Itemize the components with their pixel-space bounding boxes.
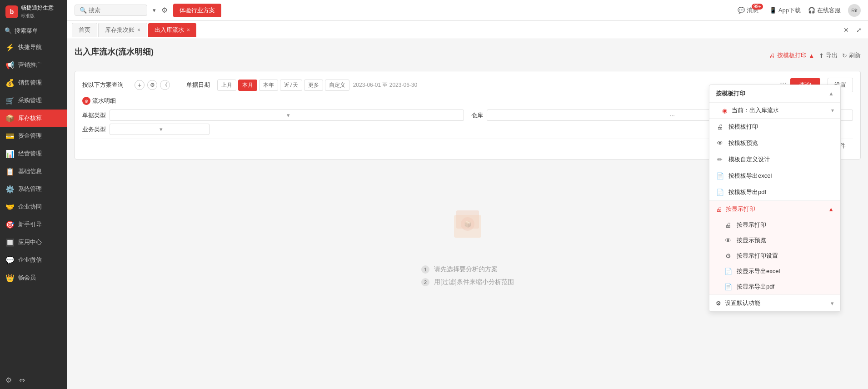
dropdown-current-item[interactable]: ◉ 当前：出入库流水 ▾ — [709, 103, 840, 118]
filter-tag-label: 流水明细 — [92, 97, 116, 105]
dropdown-header: 按模板打印 ▲ — [709, 85, 840, 103]
sidebar-item-wechat[interactable]: 💬 企业微信 — [0, 251, 67, 269]
dropdown-item-template-export-pdf[interactable]: 📄 按模板导出pdf — [709, 184, 840, 200]
dropdown-item-label: 按模板打印 — [728, 123, 758, 131]
dropdown-close-arrow[interactable]: ▲ — [828, 90, 834, 97]
sidebar-item-finance[interactable]: 💳 资金管理 — [0, 127, 67, 145]
dropdown-title: 按模板打印 — [716, 90, 745, 98]
sidebar-item-operations[interactable]: 📊 经营管理 — [0, 145, 67, 163]
dropdown-item-display-preview[interactable]: 👁 按显示预览 — [709, 233, 840, 248]
sidebar-item-label: 销售管理 — [18, 79, 42, 87]
filter-biz-type-select[interactable]: ▾ — [110, 124, 210, 135]
topbar-search-icon: 🔍 — [80, 7, 87, 14]
sidebar-item-system[interactable]: ⚙️ 系统管理 — [0, 180, 67, 198]
membership-icon: 👑 — [5, 274, 15, 282]
sidebar-item-label: 快捷导航 — [18, 43, 42, 51]
dropdown-item-template-design[interactable]: ✏ 模板自定义设计 — [709, 151, 840, 168]
topbar: 🔍 ▾ ⚙ 体验行业方案 💬 消息 99+ 📱 App下载 🎧 在线客服 Rit — [67, 0, 868, 21]
tab-inout-flow-label: 出入库流水 — [155, 26, 184, 34]
date-btn-this-month[interactable]: 本月 — [238, 80, 257, 91]
close-all-tabs-btn[interactable]: ✕ — [842, 25, 851, 35]
page-title: 出入库流水(流水明细) — [75, 46, 154, 57]
filter-scheme-btn[interactable]: ⚙ — [147, 80, 157, 90]
dropdown-item-display-export-excel[interactable]: 📄 按显示导出excel — [709, 264, 840, 279]
display-section-arrow: ▲ — [828, 206, 834, 213]
sidebar-item-guide[interactable]: 🎯 新手引导 — [0, 216, 67, 234]
sidebar-item-membership[interactable]: 👑 畅会员 — [0, 269, 67, 287]
collapse-sidebar-icon[interactable]: ⇔ — [19, 376, 25, 384]
filter-doc-type: 单据类型 ▾ — [82, 110, 464, 121]
display-print-section-icon: 🖨 — [716, 205, 722, 213]
topbar-dropdown-icon[interactable]: ▾ — [153, 7, 156, 14]
dropdown-item-label: 按显示导出excel — [737, 267, 780, 275]
tabs-bar: 首页 库存批次账 × 出入库流水 × ✕ ⤢ — [67, 21, 868, 39]
user-avatar[interactable]: Rit — [848, 4, 861, 17]
footer-settings-label: 设置默认功能 — [725, 299, 760, 307]
topbar-search-input[interactable] — [89, 7, 142, 14]
refresh-btn[interactable]: ↻ 刷新 — [842, 51, 861, 60]
tab-home[interactable]: 首页 — [72, 23, 97, 37]
topbar-gear-icon[interactable]: ⚙ — [161, 6, 168, 15]
empty-hint-2: 用[过滤]条件来缩小分析范围 — [434, 278, 514, 285]
industry-btn[interactable]: 体验行业方案 — [173, 4, 221, 17]
sidebar-item-label: 基础信息 — [18, 167, 42, 175]
sidebar-item-app-center[interactable]: 🔲 应用中心 — [0, 234, 67, 251]
dropdown-item-display-export-pdf[interactable]: 📄 按显示导出pdf — [709, 279, 840, 294]
app-download-label: App下载 — [778, 6, 801, 15]
sidebar-search[interactable]: 🔍 搜索菜单 — [0, 23, 67, 39]
app-download-btn[interactable]: 📱 App下载 — [769, 6, 801, 15]
design-icon: ✏ — [716, 156, 724, 163]
settings-bottom-icon[interactable]: ⚙ — [5, 376, 12, 384]
dropdown-current-label: 当前：出入库流水 — [732, 106, 779, 115]
dropdown-item-label: 按显示预览 — [737, 236, 766, 244]
sidebar-item-sales[interactable]: 💰 销售管理 — [0, 74, 67, 92]
date-btn-last-month[interactable]: 上月 — [217, 80, 236, 91]
filter-add-btn[interactable]: + — [135, 80, 145, 90]
date-range-display: 2023-06-01 至 2023-06-30 — [353, 81, 417, 89]
dropdown-item-template-export-excel[interactable]: 📄 按模板导出excel — [709, 168, 840, 184]
tab-inout-flow[interactable]: 出入库流水 × — [148, 23, 196, 37]
tab-batch-account[interactable]: 库存批次账 × — [98, 23, 147, 37]
filter-doc-type-select[interactable]: ▾ — [110, 110, 464, 121]
date-btn-custom[interactable]: 自定义 — [325, 80, 349, 91]
date-btn-this-year[interactable]: 本年 — [259, 80, 278, 91]
date-btn-more[interactable]: 更多 — [304, 80, 323, 91]
sidebar-item-quick-nav[interactable]: ⚡ 快捷导航 — [0, 39, 67, 56]
dropdown-item-template-print[interactable]: 🖨 按模板打印 — [709, 119, 840, 135]
page-header-actions: 🖨 按模板打印 ▲ ⬆ 导出 ↻ 刷新 — [769, 51, 861, 60]
dropdown-footer-settings[interactable]: ⚙ 设置默认功能 ▾ — [709, 294, 840, 311]
sidebar-item-basic-info[interactable]: 📋 基础信息 — [0, 163, 67, 180]
pdf-icon-1: 📄 — [716, 189, 724, 196]
sidebar-nav: ⚡ 快捷导航 📢 营销推广 💰 销售管理 🛒 采购管理 📦 库存核算 💳 资金管… — [0, 39, 67, 371]
display-print-section-header[interactable]: 🖨 按显示打印 ▲ — [709, 201, 840, 217]
template-print-btn[interactable]: 🖨 按模板打印 ▲ — [769, 51, 814, 60]
finance-icon: 💳 — [5, 132, 15, 140]
printer-icon: 🖨 — [769, 52, 775, 59]
sidebar-item-marketing[interactable]: 📢 营销推广 — [0, 56, 67, 74]
sidebar-item-cooperation[interactable]: 🤝 企业协同 — [0, 198, 67, 216]
template-print-label: 按模板打印 — [777, 51, 807, 60]
topbar-search-box[interactable]: 🔍 — [75, 5, 147, 16]
dropdown-item-template-preview[interactable]: 👁 按模板预览 — [709, 135, 840, 151]
dropdown-item-label: 按显示打印设置 — [737, 252, 778, 260]
date-btn-7days[interactable]: 近7天 — [280, 80, 302, 91]
sidebar-item-inventory[interactable]: 📦 库存核算 — [0, 110, 67, 127]
sidebar-item-label: 企业协同 — [18, 203, 42, 211]
sidebar-item-purchase[interactable]: 🛒 采购管理 — [0, 92, 67, 110]
page-header: 出入库流水(流水明细) 🖨 按模板打印 ▲ ⬆ 导出 ↻ 刷新 — [75, 46, 861, 65]
app-center-icon: 🔲 — [5, 238, 15, 247]
dropdown-item-label: 模板自定义设计 — [728, 155, 770, 164]
dropdown-item-display-print-settings[interactable]: ⚙ 按显示打印设置 — [709, 248, 840, 264]
export-btn[interactable]: ⬆ 导出 — [819, 51, 838, 60]
dropdown-item-display-print[interactable]: 🖨 按显示打印 — [709, 217, 840, 233]
topbar-right: 💬 消息 99+ 📱 App下载 🎧 在线客服 Rit — [738, 4, 861, 17]
maximize-tab-btn[interactable]: ⤢ — [854, 25, 863, 35]
tab-inout-flow-close[interactable]: × — [187, 27, 190, 33]
service-btn[interactable]: 🎧 在线客服 — [808, 6, 841, 15]
messages-btn[interactable]: 💬 消息 99+ — [738, 6, 758, 15]
filter-date-label: 单据日期 — [186, 81, 210, 89]
excel-icon-1: 📄 — [716, 172, 724, 180]
cooperation-icon: 🤝 — [5, 203, 15, 211]
tab-batch-account-close[interactable]: × — [137, 27, 140, 33]
filter-collapse-toggle-btn[interactable]: 《 — [160, 80, 170, 90]
